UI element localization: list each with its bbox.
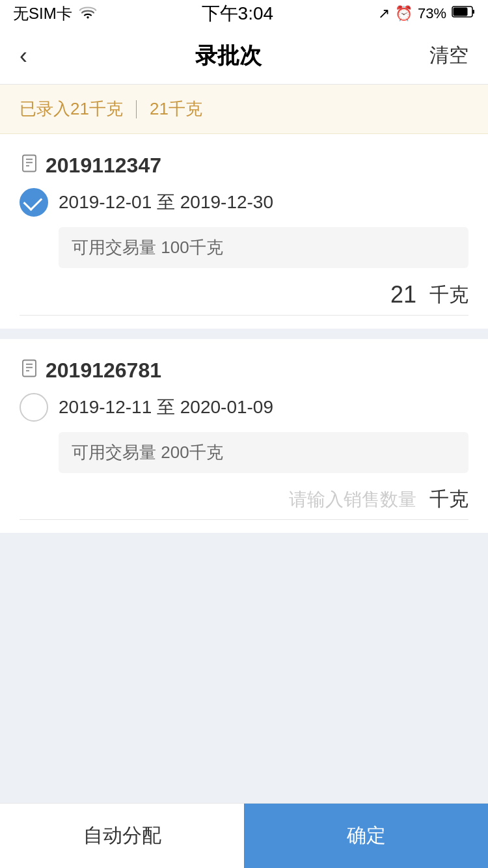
batch1-header: 2019112347	[20, 154, 468, 178]
page-title: 录批次	[195, 41, 262, 71]
batch2-doc-icon	[20, 359, 39, 383]
batch2-date-row[interactable]: 2019-12-11 至 2020-01-09	[20, 393, 468, 422]
info-recorded-label: 已录入21千克	[20, 98, 123, 120]
info-divider	[136, 100, 137, 118]
back-button[interactable]: ‹	[20, 42, 27, 70]
svg-rect-3	[454, 8, 468, 16]
wifi-icon	[79, 5, 97, 23]
batch2-quantity-placeholder: 请输入销售数量	[20, 487, 416, 512]
batch-card-2: 2019126781 2019-12-11 至 2020-01-09 可用交易量…	[0, 339, 488, 533]
batch1-avail: 可用交易量 100千克	[59, 227, 468, 268]
batch1-quantity-row: 千克	[20, 281, 468, 316]
status-time: 下午3:04	[202, 1, 274, 26]
batch1-radio[interactable]	[20, 188, 48, 217]
svg-rect-4	[23, 156, 36, 172]
batch2-id: 2019126781	[46, 359, 161, 383]
clear-button[interactable]: 清空	[429, 42, 468, 69]
battery-label: 73%	[418, 5, 446, 22]
batch1-date: 2019-12-01 至 2019-12-30	[59, 190, 273, 215]
status-right: ↗ ⏰ 73%	[378, 5, 475, 22]
nav-bar: ‹ 录批次 清空	[0, 27, 488, 85]
batch2-header: 2019126781	[20, 359, 468, 383]
info-value: 21千克	[150, 98, 202, 120]
alarm-icon: ⏰	[395, 5, 413, 22]
status-left: 无SIM卡	[13, 3, 97, 24]
svg-rect-2	[472, 10, 474, 14]
auto-distribute-button[interactable]: 自动分配	[0, 804, 244, 868]
batch2-unit: 千克	[429, 486, 468, 513]
svg-rect-8	[23, 360, 36, 377]
batch-card-1: 2019112347 2019-12-01 至 2019-12-30 可用交易量…	[0, 134, 488, 329]
bottom-bar: 自动分配 确定	[0, 803, 488, 868]
batch1-quantity-input[interactable]	[286, 281, 416, 308]
info-banner: 已录入21千克 21千克	[0, 85, 488, 134]
location-icon: ↗	[378, 5, 390, 22]
batch1-date-row[interactable]: 2019-12-01 至 2019-12-30	[20, 188, 468, 217]
batch2-radio[interactable]	[20, 393, 48, 422]
batch1-doc-icon	[20, 154, 39, 178]
status-bar: 无SIM卡 下午3:04 ↗ ⏰ 73%	[0, 0, 488, 27]
batch2-date: 2019-12-11 至 2020-01-09	[59, 395, 273, 420]
battery-icon	[452, 5, 475, 22]
section-divider	[0, 329, 488, 339]
carrier-label: 无SIM卡	[13, 3, 72, 24]
batch2-quantity-row: 请输入销售数量 千克	[20, 486, 468, 520]
batch1-unit: 千克	[429, 282, 468, 308]
batch2-avail: 可用交易量 200千克	[59, 432, 468, 473]
svg-point-0	[87, 16, 88, 18]
batch1-id: 2019112347	[46, 154, 161, 178]
confirm-button[interactable]: 确定	[244, 804, 488, 868]
